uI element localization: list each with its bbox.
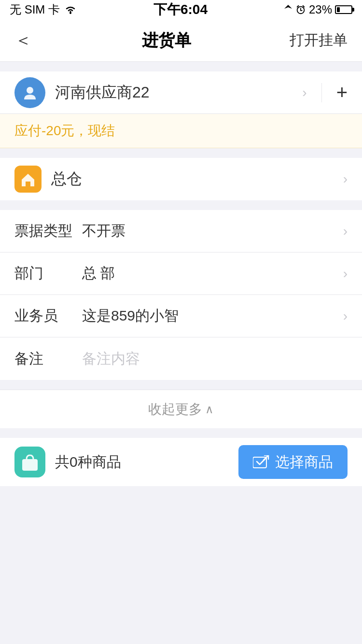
department-chevron-icon: › (343, 266, 348, 281)
product-icon (14, 447, 45, 477)
salesperson-chevron-icon: › (343, 308, 348, 324)
collapse-icon: ∧ (205, 403, 214, 416)
notice-bar: 应付-20元，现结 (0, 114, 362, 148)
supplier-divider (321, 83, 322, 102)
supplier-chevron-icon: › (302, 85, 306, 100)
department-value: 总 部 (82, 264, 343, 283)
status-bar-time: 下午6:04 (153, 0, 208, 19)
salesperson-label: 业务员 (14, 306, 82, 326)
open-pending-button[interactable]: 打开挂单 (290, 30, 348, 50)
section-gap-2 (0, 148, 362, 158)
form-section: 票据类型 不开票 › 部门 总 部 › 业务员 这是859的小智 › 备注 备注… (0, 210, 362, 380)
house-icon (20, 171, 36, 187)
person-icon (22, 85, 38, 100)
nav-bar: ＜ 进货单 打开挂单 (0, 19, 362, 62)
invoice-chevron-icon: › (343, 224, 348, 239)
section-gap-1 (0, 62, 362, 71)
salesperson-row[interactable]: 业务员 这是859的小智 › (0, 295, 362, 337)
notice-text: 应付-20元，现结 (14, 123, 115, 138)
product-count: 共0种商品 (55, 452, 238, 472)
collapse-text: 收起更多 (148, 400, 202, 419)
supplier-row[interactable]: 河南供应商22 › + (0, 71, 362, 114)
alarm-icon (295, 4, 306, 15)
invoice-type-label: 票据类型 (14, 221, 82, 241)
warehouse-row[interactable]: 总仓 › (0, 158, 362, 200)
status-bar-right: 23% (284, 3, 352, 16)
warehouse-chevron-icon: › (343, 171, 348, 187)
svg-rect-4 (22, 459, 38, 471)
remark-row[interactable]: 备注 备注内容 (0, 337, 362, 380)
warehouse-icon (14, 166, 42, 193)
svg-rect-3 (26, 182, 30, 186)
supplier-name: 河南供应商22 (55, 82, 302, 103)
svg-point-2 (27, 87, 33, 94)
supplier-avatar (14, 77, 45, 108)
warehouse-name: 总仓 (51, 168, 343, 190)
invoice-type-row[interactable]: 票据类型 不开票 › (0, 210, 362, 252)
status-bar: 无 SIM 卡 下午6:04 23% (0, 0, 362, 19)
back-button[interactable]: ＜ (14, 28, 43, 52)
department-row[interactable]: 部门 总 部 › (0, 252, 362, 295)
invoice-type-value: 不开票 (82, 221, 343, 241)
bottom-bar: 共0种商品 选择商品 (0, 438, 362, 486)
location-icon (284, 4, 292, 15)
wifi-icon (64, 5, 77, 14)
collapse-bar[interactable]: 收起更多 ∧ (0, 390, 362, 428)
sim-label: 无 SIM 卡 (10, 2, 60, 17)
status-bar-left: 无 SIM 卡 (10, 2, 77, 17)
select-product-button[interactable]: 选择商品 (238, 445, 348, 479)
battery-icon (335, 5, 352, 14)
remark-label: 备注 (14, 349, 82, 369)
remark-value: 备注内容 (82, 349, 348, 369)
shopping-bag-icon (20, 452, 40, 472)
select-product-label: 选择商品 (275, 452, 333, 472)
nav-title: 进货单 (142, 29, 191, 52)
battery-percent: 23% (309, 3, 332, 16)
svg-point-0 (70, 12, 71, 14)
select-product-icon (253, 455, 270, 469)
department-label: 部门 (14, 264, 82, 283)
salesperson-value: 这是859的小智 (82, 306, 343, 326)
add-supplier-button[interactable]: + (336, 82, 348, 103)
